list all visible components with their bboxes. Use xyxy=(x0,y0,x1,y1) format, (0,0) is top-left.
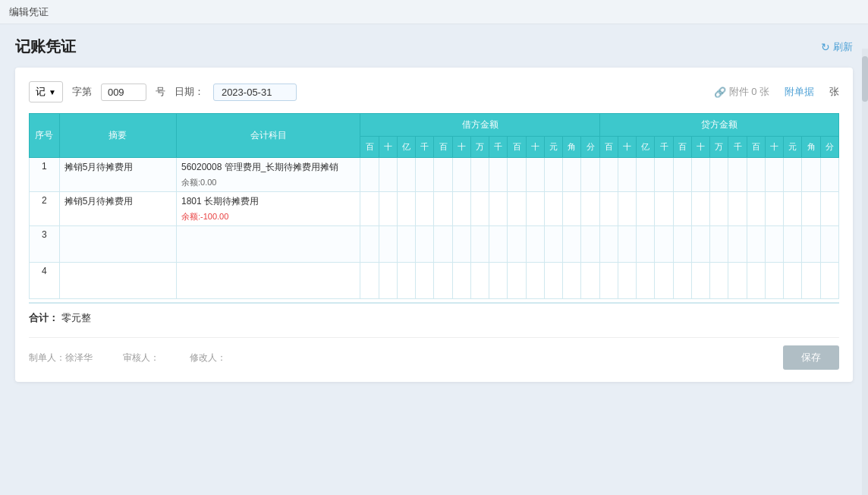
scrollbar-track[interactable] xyxy=(862,49,868,495)
credit-digit-cell[interactable] xyxy=(673,192,691,226)
debit-digit-cell[interactable] xyxy=(379,192,397,226)
credit-digit-cell[interactable] xyxy=(618,226,636,263)
debit-digit-cell[interactable] xyxy=(563,192,581,226)
credit-digit-cell[interactable] xyxy=(802,226,820,263)
credit-digit-cell[interactable] xyxy=(655,192,673,226)
credit-digit-cell[interactable] xyxy=(655,226,673,263)
debit-digit-cell[interactable] xyxy=(452,226,470,263)
debit-digit-cell[interactable] xyxy=(360,226,379,263)
date-input[interactable] xyxy=(213,84,297,101)
debit-digit-cell[interactable] xyxy=(379,226,397,263)
credit-digit-cell[interactable] xyxy=(802,192,820,226)
credit-digit-cell[interactable] xyxy=(765,192,783,226)
debit-digit-cell[interactable] xyxy=(526,158,544,192)
debit-digit-cell[interactable] xyxy=(434,158,452,192)
debit-digit-cell[interactable] xyxy=(489,158,508,192)
table-row[interactable]: 4 xyxy=(30,263,839,299)
credit-digit-cell[interactable] xyxy=(747,192,765,226)
credit-digit-cell[interactable] xyxy=(637,263,655,299)
debit-digit-cell[interactable] xyxy=(416,192,434,226)
credit-digit-cell[interactable] xyxy=(820,192,838,226)
debit-digit-cell[interactable] xyxy=(544,263,562,299)
credit-digit-cell[interactable] xyxy=(728,192,747,226)
credit-digit-cell[interactable] xyxy=(599,263,618,299)
debit-digit-cell[interactable] xyxy=(379,158,397,192)
debit-digit-cell[interactable] xyxy=(360,192,379,226)
credit-digit-cell[interactable] xyxy=(710,263,728,299)
debit-digit-cell[interactable] xyxy=(434,226,452,263)
scrollbar-thumb[interactable] xyxy=(862,56,868,102)
debit-digit-cell[interactable] xyxy=(526,226,544,263)
credit-digit-cell[interactable] xyxy=(765,263,783,299)
debit-digit-cell[interactable] xyxy=(397,192,415,226)
debit-digit-cell[interactable] xyxy=(397,226,415,263)
debit-digit-cell[interactable] xyxy=(452,192,470,226)
credit-digit-cell[interactable] xyxy=(637,226,655,263)
credit-digit-cell[interactable] xyxy=(784,158,802,192)
debit-digit-cell[interactable] xyxy=(581,263,599,299)
debit-digit-cell[interactable] xyxy=(434,192,452,226)
debit-digit-cell[interactable] xyxy=(360,158,379,192)
credit-digit-cell[interactable] xyxy=(710,226,728,263)
debit-digit-cell[interactable] xyxy=(526,263,544,299)
credit-digit-cell[interactable] xyxy=(820,263,838,299)
credit-digit-cell[interactable] xyxy=(710,192,728,226)
debit-digit-cell[interactable] xyxy=(563,263,581,299)
credit-digit-cell[interactable] xyxy=(691,226,709,263)
single-voucher-link[interactable]: 附单据 xyxy=(785,85,814,99)
debit-digit-cell[interactable] xyxy=(489,192,508,226)
row-account[interactable]: 56020008 管理费用_长期待摊费用摊销余额:0.00 xyxy=(176,158,360,192)
debit-digit-cell[interactable] xyxy=(397,158,415,192)
credit-digit-cell[interactable] xyxy=(747,158,765,192)
debit-digit-cell[interactable] xyxy=(379,263,397,299)
debit-digit-cell[interactable] xyxy=(434,263,452,299)
credit-digit-cell[interactable] xyxy=(802,263,820,299)
credit-digit-cell[interactable] xyxy=(637,158,655,192)
row-account[interactable]: 1801 长期待摊费用余额:-100.00 xyxy=(176,192,360,226)
credit-digit-cell[interactable] xyxy=(599,226,618,263)
credit-digit-cell[interactable] xyxy=(710,158,728,192)
debit-digit-cell[interactable] xyxy=(470,158,489,192)
debit-digit-cell[interactable] xyxy=(452,158,470,192)
debit-digit-cell[interactable] xyxy=(544,158,562,192)
credit-digit-cell[interactable] xyxy=(728,226,747,263)
save-button[interactable]: 保存 xyxy=(783,345,839,370)
row-summary[interactable]: 摊销5月待摊费用 xyxy=(59,192,176,226)
row-account[interactable] xyxy=(176,226,360,263)
credit-digit-cell[interactable] xyxy=(784,226,802,263)
debit-digit-cell[interactable] xyxy=(416,226,434,263)
debit-digit-cell[interactable] xyxy=(526,192,544,226)
credit-digit-cell[interactable] xyxy=(747,263,765,299)
debit-digit-cell[interactable] xyxy=(544,226,562,263)
debit-digit-cell[interactable] xyxy=(470,263,489,299)
credit-digit-cell[interactable] xyxy=(765,158,783,192)
credit-digit-cell[interactable] xyxy=(599,158,618,192)
voucher-type-button[interactable]: 记 ▼ xyxy=(29,81,63,102)
debit-digit-cell[interactable] xyxy=(563,226,581,263)
credit-digit-cell[interactable] xyxy=(618,263,636,299)
refresh-button[interactable]: ↻ 刷新 xyxy=(821,40,853,54)
credit-digit-cell[interactable] xyxy=(728,158,747,192)
debit-digit-cell[interactable] xyxy=(452,263,470,299)
row-summary[interactable]: 摊销5月待摊费用 xyxy=(59,158,176,192)
debit-digit-cell[interactable] xyxy=(508,263,526,299)
credit-digit-cell[interactable] xyxy=(673,226,691,263)
debit-digit-cell[interactable] xyxy=(544,192,562,226)
debit-digit-cell[interactable] xyxy=(508,158,526,192)
credit-digit-cell[interactable] xyxy=(673,158,691,192)
attachment-link[interactable]: 🔗 附件 0 张 xyxy=(714,85,769,99)
debit-digit-cell[interactable] xyxy=(508,226,526,263)
debit-digit-cell[interactable] xyxy=(581,158,599,192)
debit-digit-cell[interactable] xyxy=(581,192,599,226)
row-summary[interactable] xyxy=(59,263,176,299)
credit-digit-cell[interactable] xyxy=(820,158,838,192)
row-account[interactable] xyxy=(176,263,360,299)
credit-digit-cell[interactable] xyxy=(728,263,747,299)
voucher-number-input[interactable] xyxy=(101,84,146,101)
credit-digit-cell[interactable] xyxy=(655,158,673,192)
debit-digit-cell[interactable] xyxy=(397,263,415,299)
debit-digit-cell[interactable] xyxy=(360,263,379,299)
credit-digit-cell[interactable] xyxy=(655,263,673,299)
table-row[interactable]: 2摊销5月待摊费用1801 长期待摊费用余额:-100.00 xyxy=(30,192,839,226)
table-row[interactable]: 1摊销5月待摊费用56020008 管理费用_长期待摊费用摊销余额:0.00 xyxy=(30,158,839,192)
